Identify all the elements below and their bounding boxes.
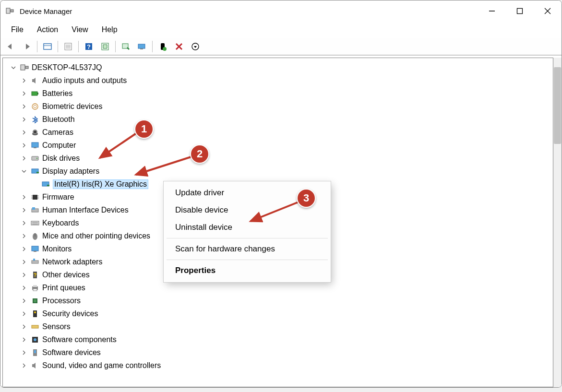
- scan-hardware-button[interactable]: [135, 40, 149, 53]
- scrollbar-thumb[interactable]: [554, 67, 561, 144]
- tree-item-cameras[interactable]: Cameras: [7, 126, 553, 139]
- tree-item-label: Audio inputs and outputs: [42, 76, 127, 85]
- svg-rect-35: [36, 172, 39, 173]
- tree-item-label: Batteries: [42, 89, 72, 98]
- tree-item-label: Software devices: [42, 348, 101, 357]
- tree-item-batteries[interactable]: Batteries: [7, 87, 553, 100]
- tree-item-software-devices[interactable]: Software devices: [7, 346, 553, 359]
- tree-item-sound-video-game[interactable]: Sound, video and game controllers: [7, 359, 553, 372]
- nav-forward-button[interactable]: [20, 40, 34, 53]
- chevron-right-icon[interactable]: [20, 232, 28, 240]
- annotation-arrow-3: [246, 197, 303, 226]
- tree-item-bluetooth[interactable]: Bluetooth: [7, 113, 553, 126]
- tree-item-display-adapters[interactable]: Display adapters: [7, 165, 553, 178]
- monitor-icon: [30, 141, 40, 150]
- context-menu-scan-hardware[interactable]: Scan for hardware changes: [164, 240, 331, 258]
- svg-point-19: [163, 47, 167, 51]
- tree-item-processors[interactable]: Processors: [7, 294, 553, 307]
- chevron-right-icon[interactable]: [20, 142, 28, 149]
- tree-item-label: Network adapters: [42, 258, 102, 266]
- tree-item-disk-drives[interactable]: Disk drives: [7, 152, 553, 165]
- svg-point-26: [34, 105, 36, 108]
- tree-item-audio[interactable]: Audio inputs and outputs: [7, 74, 553, 87]
- cpu-icon: [30, 297, 40, 305]
- tree-item-label: Computer: [42, 141, 76, 150]
- nav-back-button[interactable]: [3, 40, 18, 53]
- annotation-arrow-2: [130, 152, 197, 180]
- chevron-right-icon[interactable]: [20, 245, 28, 253]
- properties-button[interactable]: [61, 40, 75, 53]
- refresh-button[interactable]: [98, 40, 112, 53]
- toolbar: ?: [0, 38, 562, 55]
- chevron-right-icon[interactable]: [20, 323, 28, 331]
- vertical-scrollbar[interactable]: [553, 58, 562, 387]
- menu-file[interactable]: File: [4, 24, 30, 36]
- enable-device-button[interactable]: [155, 40, 170, 53]
- chevron-right-icon[interactable]: [20, 154, 28, 162]
- help-button[interactable]: ?: [82, 40, 96, 53]
- uninstall-device-button[interactable]: [172, 40, 186, 53]
- svg-rect-65: [32, 325, 38, 328]
- chevron-right-icon[interactable]: [20, 77, 28, 84]
- chevron-right-icon[interactable]: [20, 284, 28, 292]
- bluetooth-icon: [30, 115, 40, 124]
- chevron-right-icon[interactable]: [20, 349, 28, 356]
- unknown-device-icon: ?: [30, 271, 40, 279]
- svg-point-25: [32, 104, 38, 109]
- minimize-button[interactable]: [478, 0, 506, 22]
- menu-view[interactable]: View: [65, 24, 95, 36]
- tree-item-security-devices[interactable]: Security devices: [7, 307, 553, 320]
- update-driver-button[interactable]: [119, 40, 133, 53]
- toolbar-separator: [115, 41, 116, 52]
- chevron-right-icon[interactable]: [20, 258, 28, 266]
- chevron-right-icon[interactable]: [20, 271, 28, 279]
- tree-item-biometric[interactable]: Biometric devices: [7, 100, 553, 113]
- device-tree[interactable]: DESKTOP-4L537JQ Audio inputs and outputs…: [2, 58, 553, 387]
- chevron-right-icon[interactable]: [20, 219, 28, 227]
- chevron-right-icon[interactable]: [20, 103, 28, 110]
- tree-item-print-queues[interactable]: Print queues: [7, 281, 553, 294]
- svg-rect-54: [32, 261, 38, 263]
- chevron-right-icon[interactable]: [20, 116, 28, 123]
- svg-rect-30: [32, 143, 38, 147]
- context-menu-properties[interactable]: Properties: [164, 262, 331, 279]
- action-arrow-button[interactable]: [188, 40, 203, 53]
- titlebar: Device Manager: [0, 0, 562, 22]
- chevron-right-icon[interactable]: [20, 362, 28, 369]
- svg-rect-55: [33, 259, 35, 261]
- context-menu-separator: [167, 260, 328, 260]
- chevron-right-icon[interactable]: [20, 297, 28, 305]
- hid-icon: [30, 206, 40, 214]
- svg-rect-21: [21, 65, 25, 70]
- toolbar-separator: [37, 41, 37, 52]
- maximize-button[interactable]: [506, 0, 534, 22]
- fingerprint-icon: [30, 102, 40, 111]
- chevron-right-icon[interactable]: [20, 90, 28, 97]
- device-manager-window: Device Manager File Action View Help: [0, 0, 562, 388]
- svg-rect-22: [25, 66, 28, 69]
- close-button[interactable]: [534, 0, 562, 22]
- network-icon: [30, 258, 40, 266]
- display-adapter-icon: [40, 180, 51, 189]
- tree-item-sensors[interactable]: Sensors: [7, 320, 553, 333]
- chevron-right-icon[interactable]: [20, 310, 28, 318]
- tree-item-software-components[interactable]: Software components: [7, 333, 553, 346]
- chevron-right-icon[interactable]: [20, 206, 28, 214]
- chevron-down-icon[interactable]: [10, 64, 17, 71]
- tree-item-computer[interactable]: Computer: [7, 139, 553, 152]
- show-hidden-button[interactable]: [40, 40, 55, 53]
- chevron-right-icon[interactable]: [20, 129, 28, 136]
- tree-item-label: Display adapters: [42, 167, 99, 176]
- tree-root-label: DESKTOP-4L537JQ: [32, 63, 102, 72]
- chevron-right-icon[interactable]: [20, 193, 28, 201]
- svg-rect-1: [11, 10, 13, 12]
- printer-icon: [30, 284, 40, 292]
- menu-action[interactable]: Action: [30, 24, 65, 36]
- tree-root[interactable]: DESKTOP-4L537JQ: [7, 61, 553, 74]
- svg-text:?: ?: [87, 43, 91, 50]
- chevron-down-icon[interactable]: [20, 167, 28, 175]
- security-icon: [30, 309, 40, 318]
- svg-rect-3: [517, 9, 523, 14]
- menu-help[interactable]: Help: [95, 24, 124, 36]
- chevron-right-icon[interactable]: [20, 336, 28, 344]
